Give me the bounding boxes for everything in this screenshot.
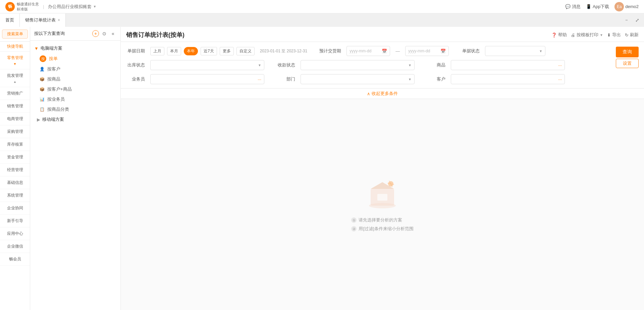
sidebar-item-operations[interactable]: 经营管理 <box>0 164 30 176</box>
tree-group-mobile-arrow: ▶ <box>37 117 40 122</box>
date-to-input[interactable]: yyyy-mm-dd 📅 <box>405 46 449 56</box>
sidebar-wholesale-arrow: ▲ <box>13 80 17 84</box>
sidebar-item-app-center[interactable]: 应用中心 <box>0 227 30 240</box>
page-header-actions: ❓ 帮助 🖨 按模板打印 ▼ ⬇ 导出 ↻ 刷新 <box>551 32 639 38</box>
tab-close-icon[interactable]: × <box>58 18 60 22</box>
goods-icon: 📦 <box>40 77 45 82</box>
cust-input[interactable]: ··· <box>451 74 565 84</box>
left-panel-collapse-button[interactable]: « <box>110 30 116 37</box>
sidebar-quick-nav[interactable]: 快捷导航 <box>0 42 30 52</box>
date-btn-last-month[interactable]: 上月 <box>150 47 164 55</box>
dept-select[interactable]: ▼ <box>301 74 415 84</box>
add-schema-button[interactable]: + <box>92 30 99 37</box>
message-button[interactable]: 💬 消息 <box>565 4 581 10</box>
tree-item-by-customer-goods[interactable]: 📦 按客户+商品 <box>30 84 120 94</box>
breadcrumb-area[interactable]: 办公用品行业模拟账套 ▼ <box>48 4 96 10</box>
page-header: 销售订单统计表(按单) ❓ 帮助 🖨 按模板打印 ▼ ⬇ 导出 ↻ 刷新 <box>121 27 644 42</box>
goods-ellipsis[interactable]: ··· <box>558 63 562 68</box>
tree-item-by-category[interactable]: 📋 按商品分类 <box>30 104 120 114</box>
sidebar-item-finance[interactable]: 资金管理 <box>0 151 30 164</box>
tab-expand-button[interactable]: ⤢ <box>633 16 641 24</box>
tab-sales-order[interactable]: 销售订单统计表 × <box>20 13 66 27</box>
sidebar-item-marketing[interactable]: 营销推广 <box>0 87 30 100</box>
biz-input[interactable]: ··· <box>150 74 264 84</box>
sidebar-purchase-label: 采购管理 <box>7 129 23 135</box>
tree-group-pc: ▼ 电脑端方案 按 按单 👤 按客户 📦 按商品 📦 按客户+商品 <box>30 43 120 114</box>
sidebar-search-button[interactable]: 搜索菜单 <box>2 30 28 39</box>
date-sep: — <box>395 49 400 54</box>
empty-svg <box>362 177 402 211</box>
user-menu[interactable]: Ea demo2 <box>614 2 639 11</box>
logo-area: 畅 畅捷通好生意 标准版 <box>5 2 39 11</box>
tree-item-by-order[interactable]: 按 按单 <box>30 53 120 64</box>
salesman-icon: 📊 <box>40 97 45 102</box>
bill-status-select[interactable]: ▼ <box>485 46 545 56</box>
sidebar-item-system[interactable]: 系统管理 <box>0 189 30 202</box>
tree-group-pc-label: 电脑端方案 <box>41 45 62 51</box>
biz-ellipsis[interactable]: ··· <box>258 77 261 82</box>
biz-label: 业务员 <box>126 76 145 82</box>
date-btn-this-month[interactable]: 本月 <box>167 47 181 55</box>
customer-goods-icon: 📦 <box>40 87 45 92</box>
left-panel: 按以下方案查询 + ⊙ « ▼ 电脑端方案 按 <box>30 27 121 310</box>
schema-settings-button[interactable]: ⊙ <box>101 30 108 37</box>
bill-status-arrow: ▼ <box>539 49 542 53</box>
refresh-button[interactable]: ↻ 刷新 <box>625 32 639 38</box>
out-status-label: 出库状态 <box>126 62 145 68</box>
tab-home[interactable]: 首页 <box>0 13 20 27</box>
filter-area: 单据日期 上月 本月 本年 近7天 更多 自定义 2023-01-01 至 20… <box>121 42 644 89</box>
date-options-group: 上月 本月 本年 近7天 更多 自定义 <box>150 47 255 55</box>
collapse-bar[interactable]: ∧ 收起更多条件 <box>121 89 644 99</box>
sidebar-operations-label: 经营管理 <box>7 167 23 173</box>
tree-item-by-customer[interactable]: 👤 按客户 <box>30 64 120 74</box>
sidebar-item-purchase[interactable]: 采购管理 <box>0 125 30 138</box>
sidebar-item-retail[interactable]: 零售管理 ▼ <box>0 52 30 69</box>
breadcrumb-separator: | <box>43 4 44 9</box>
date-btn-custom[interactable]: 自定义 <box>236 47 255 55</box>
sidebar-item-guide[interactable]: 新手引导 <box>0 215 30 227</box>
breadcrumb-arrow-icon[interactable]: ▼ <box>93 5 96 8</box>
help-button[interactable]: ❓ 帮助 <box>551 32 567 38</box>
date-from-input[interactable]: yyyy-mm-dd 📅 <box>346 46 390 56</box>
sidebar-item-ecommerce[interactable]: 电商管理 <box>0 113 30 125</box>
settings-button[interactable]: 设置 <box>616 59 639 68</box>
hint-text-1: 请先选择要分析的方案 <box>359 217 402 223</box>
hint-text-2: 用[过滤]条件来缩小分析范围 <box>359 226 413 232</box>
top-bar-left: 畅 畅捷通好生意 标准版 | 办公用品行业模拟账套 ▼ <box>5 2 96 11</box>
export-button[interactable]: ⬇ 导出 <box>607 32 621 38</box>
sidebar-item-sales[interactable]: 销售管理 <box>0 100 30 113</box>
collapse-arrow-icon: ∧ <box>367 91 370 96</box>
sidebar-marketing-label: 营销推广 <box>7 91 23 96</box>
tree-group-pc-header[interactable]: ▼ 电脑端方案 <box>30 43 120 53</box>
goods-input[interactable]: ··· <box>451 60 565 70</box>
category-icon: 📋 <box>40 107 45 112</box>
sidebar-item-inventory[interactable]: 库存核算 <box>0 138 30 151</box>
print-icon: 🖨 <box>571 33 575 38</box>
app-download-button[interactable]: 📱 App下载 <box>586 4 609 10</box>
tree-item-by-goods[interactable]: 📦 按商品 <box>30 74 120 84</box>
tree-group-pc-arrow: ▼ <box>34 46 39 51</box>
collect-status-select[interactable]: ▼ <box>301 60 415 70</box>
tree-item-by-salesman[interactable]: 📊 按业务员 <box>30 94 120 104</box>
tree-item-by-salesman-label: 按业务员 <box>47 96 65 102</box>
sidebar-enterprise-label: 企业协同 <box>7 205 23 211</box>
out-status-select[interactable]: ▼ <box>150 60 264 70</box>
collect-status-label: 收款状态 <box>276 62 295 68</box>
sidebar-item-wholesale[interactable]: 批发管理 ▲ <box>0 69 30 87</box>
tree-group-mobile-header[interactable]: ▶ 移动端方案 <box>30 114 120 124</box>
template-print-button[interactable]: 🖨 按模板打印 ▼ <box>571 32 603 38</box>
date-btn-more[interactable]: 更多 <box>220 47 234 55</box>
cust-ellipsis[interactable]: ··· <box>558 77 562 82</box>
date-btn-this-year[interactable]: 本年 <box>184 47 198 55</box>
tab-minimize-button[interactable]: － <box>623 16 631 24</box>
date-btn-7days[interactable]: 近7天 <box>201 47 217 55</box>
sidebar-item-basic-info[interactable]: 基础信息 <box>0 176 30 189</box>
sidebar-item-enterprise[interactable]: 企业协同 <box>0 202 30 215</box>
right-content: 销售订单统计表(按单) ❓ 帮助 🖨 按模板打印 ▼ ⬇ 导出 ↻ 刷新 <box>121 27 644 310</box>
sidebar-item-wechat[interactable]: 企业微信 <box>0 240 30 253</box>
query-button[interactable]: 查询 <box>616 47 639 57</box>
tree-group-mobile-label: 移动端方案 <box>42 116 64 122</box>
sidebar-item-member[interactable]: 畅会员 <box>0 253 30 266</box>
breadcrumb-text: 办公用品行业模拟账套 <box>48 4 92 10</box>
goods-label: 商品 <box>427 62 445 68</box>
